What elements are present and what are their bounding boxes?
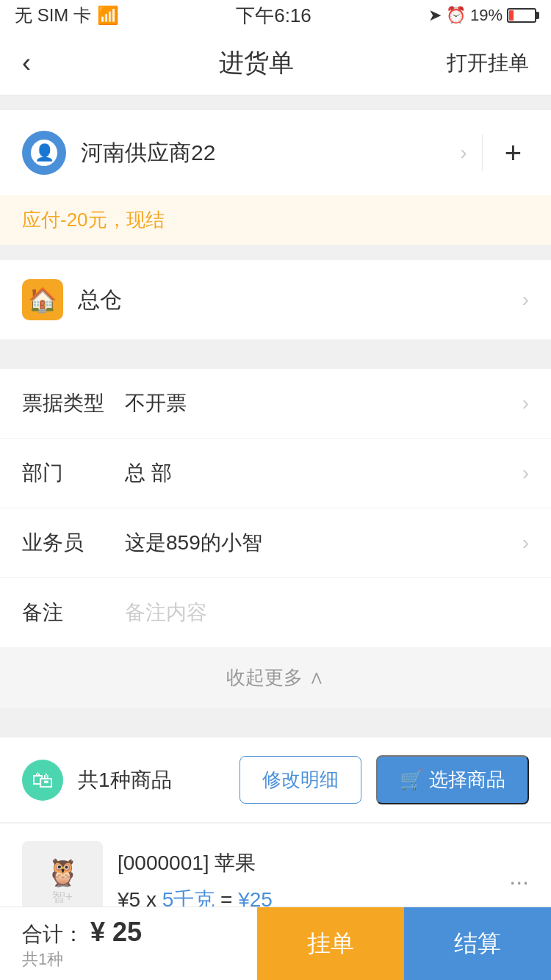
status-left: 无 SIM 卡 📶 — [15, 4, 119, 27]
alarm-icon: ⏰ — [446, 6, 466, 25]
section-gap-2 — [0, 245, 551, 259]
collapse-button[interactable]: 收起更多 ∧ — [0, 647, 551, 708]
section-gap-3 — [0, 354, 551, 369]
location-icon: ➤ — [428, 6, 442, 25]
products-count: 共1种商品 — [78, 766, 225, 794]
supplier-notice: 应付-20元，现结 — [0, 195, 551, 245]
warehouse-row[interactable]: 🏠 总仓 › — [0, 259, 551, 339]
total-label: 合计： — [22, 923, 84, 945]
wifi-icon: 📶 — [97, 5, 119, 26]
ticket-type-value: 不开票 — [125, 389, 522, 417]
section-gap-1 — [0, 96, 551, 110]
total-amount: 合计： ¥ 25 — [22, 917, 235, 948]
total-count: 共1种 — [22, 948, 235, 970]
remark-input[interactable]: 备注内容 — [125, 599, 529, 627]
total-section: 合计： ¥ 25 共1种 — [0, 917, 257, 970]
department-label: 部门 — [22, 459, 110, 487]
battery-percent: 19% — [470, 6, 503, 25]
main-content: 👤 河南供应商22 › + 应付-20元，现结 🏠 总仓 › 票据类型 不开票 … — [0, 96, 551, 980]
supplier-avatar: 👤 — [22, 131, 66, 175]
ticket-type-label: 票据类型 — [22, 389, 110, 417]
supplier-avatar-inner: 👤 — [31, 140, 57, 166]
battery-icon — [507, 8, 536, 23]
add-supplier-button[interactable]: + — [497, 137, 529, 170]
supplier-name: 河南供应商22 — [81, 138, 460, 168]
status-time: 下午6:16 — [236, 3, 311, 29]
department-row[interactable]: 部门 总 部 › — [0, 439, 551, 508]
warehouse-icon: 🏠 — [22, 279, 63, 320]
signal-text: 无 SIM 卡 — [15, 4, 91, 27]
product-id: [0000001] — [118, 851, 209, 874]
sales-person-value: 这是859的小智 — [125, 529, 522, 557]
sales-person-chevron-icon: › — [522, 531, 529, 555]
select-product-label: 选择商品 — [429, 767, 505, 793]
status-right: ➤ ⏰ 19% — [428, 6, 536, 25]
products-header: 🛍 共1种商品 修改明细 🛒 选择商品 — [0, 738, 551, 822]
ticket-type-chevron-icon: › — [522, 392, 529, 415]
home-icon: 🏠 — [28, 286, 57, 314]
shopping-bag-icon: 🛍 — [32, 768, 54, 793]
remark-label: 备注 — [22, 599, 110, 627]
hang-button[interactable]: 挂单 — [257, 907, 404, 981]
sales-person-label: 业务员 — [22, 529, 110, 557]
department-value: 总 部 — [125, 459, 522, 487]
nav-bar: ‹ 进货单 打开挂单 — [0, 31, 551, 96]
select-product-button[interactable]: 🛒 选择商品 — [376, 755, 529, 804]
edit-detail-button[interactable]: 修改明细 — [240, 756, 361, 804]
supplier-chevron-icon: › — [460, 141, 467, 165]
form-section: 票据类型 不开票 › 部门 总 部 › 业务员 这是859的小智 › 备注 备注… — [0, 354, 551, 647]
warehouse-chevron-icon: › — [522, 288, 529, 311]
sales-person-row[interactable]: 业务员 这是859的小智 › — [0, 508, 551, 578]
total-value: ¥ 25 — [90, 917, 142, 947]
supplier-row[interactable]: 👤 河南供应商22 › + — [0, 110, 551, 195]
supplier-card: 👤 河南供应商22 › + 应付-20元，现结 — [0, 110, 551, 245]
checkout-button[interactable]: 结算 — [404, 907, 551, 981]
product-name: [0000001] 苹果 — [118, 849, 494, 877]
ticket-type-row[interactable]: 票据类型 不开票 › — [0, 369, 551, 439]
back-button[interactable]: ‹ — [22, 48, 66, 79]
section-gap-4 — [0, 708, 551, 723]
select-product-icon: 🛒 — [400, 768, 423, 791]
bottom-bar: 合计： ¥ 25 共1种 挂单 结算 — [0, 907, 551, 980]
product-thumb-label: 智+ — [52, 888, 73, 906]
department-chevron-icon: › — [522, 461, 529, 485]
owl-icon: 🦉 — [46, 857, 79, 888]
product-title: 苹果 — [215, 851, 256, 874]
person-icon: 👤 — [35, 143, 54, 162]
warehouse-name: 总仓 — [78, 285, 522, 315]
product-more-button[interactable]: ··· — [509, 868, 529, 896]
warehouse-card: 🏠 总仓 › — [0, 259, 551, 339]
products-icon: 🛍 — [22, 760, 63, 801]
divider — [482, 134, 483, 171]
remark-row[interactable]: 备注 备注内容 — [0, 578, 551, 647]
product-info: [0000001] 苹果 ¥5 x 5千克 = ¥25 — [118, 849, 494, 914]
status-bar: 无 SIM 卡 📶 下午6:16 ➤ ⏰ 19% — [0, 0, 551, 31]
open-hang-button[interactable]: 打开挂单 — [447, 49, 529, 77]
page-title: 进货单 — [219, 46, 294, 80]
